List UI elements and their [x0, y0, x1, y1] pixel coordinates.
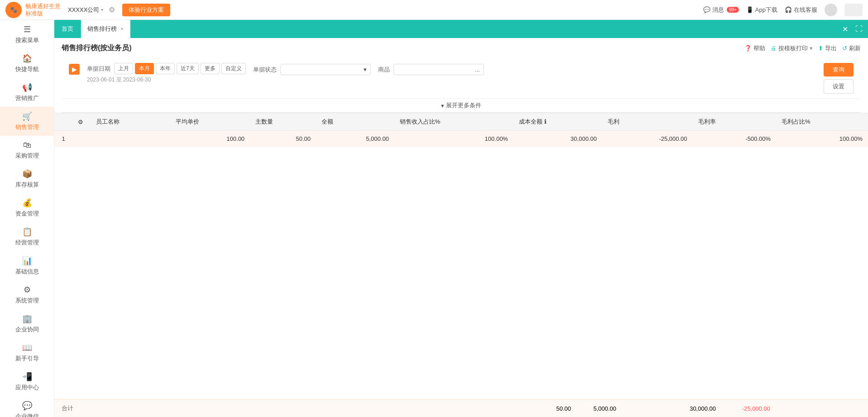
- summary-profit: -25,000.00: [716, 405, 770, 412]
- sidebar-item-inventory[interactable]: 📦 库存核算: [0, 164, 54, 193]
- message-button[interactable]: 💬 消息 99+: [703, 6, 739, 14]
- export-icon: ⬆: [818, 45, 823, 52]
- basic-info-icon: 📊: [22, 256, 32, 266]
- date-7days-btn[interactable]: 近7天: [177, 63, 199, 74]
- cell-profit: -25,000.00: [602, 131, 693, 147]
- col-profit-rate: 毛利率: [693, 113, 777, 131]
- cell-avg-price: 100.00: [170, 131, 250, 147]
- apps-icon: 📲: [22, 372, 32, 382]
- date-this-month-btn[interactable]: 本月: [135, 63, 154, 74]
- sidebar-item-enterprise[interactable]: 🏢 企业协同: [0, 309, 54, 338]
- col-main-qty: 主数量: [250, 113, 316, 131]
- help-button[interactable]: ❓ 帮助: [744, 44, 765, 53]
- col-profit-pct: 毛利占比%: [776, 113, 868, 131]
- sidebar-item-label: 企业协同: [15, 326, 39, 334]
- print-icon: 🖨: [771, 45, 777, 52]
- sidebar-item-label: 新手引导: [15, 355, 39, 363]
- export-button[interactable]: ⬆ 导出: [818, 44, 837, 53]
- sidebar-item-system[interactable]: ⚙ 系统管理: [0, 280, 54, 309]
- table-row: 1 100.00 50.00 5,000.00 100.00% 30,000.0…: [54, 131, 868, 147]
- filter-toggle-icon[interactable]: ▶: [69, 64, 80, 75]
- sidebar-item-label: 销售管理: [15, 123, 39, 131]
- tab-sales-ranking[interactable]: 销售排行榜 ×: [81, 20, 130, 38]
- date-more-btn[interactable]: 更多: [201, 63, 220, 74]
- goods-filter-label: 商品: [378, 66, 390, 74]
- cell-profit-pct: 100.00%: [776, 131, 868, 147]
- avatar[interactable]: [825, 4, 837, 16]
- data-table: ⚙ 员工名称 平均单价 主数量 全额 销售收入占比% 成本全额 ℹ 毛利 毛利率…: [54, 113, 868, 147]
- date-this-year-btn[interactable]: 本年: [156, 63, 175, 74]
- ellipsis-icon: ...: [475, 66, 480, 73]
- close-tab-icon[interactable]: ×: [120, 26, 124, 32]
- company-selector[interactable]: XXXXX公司 ▾: [68, 6, 103, 14]
- top-bar-right: 💬 消息 99+ 📱 App下载 🎧 在线客服: [703, 4, 863, 16]
- date-last-month-btn[interactable]: 上月: [114, 63, 133, 74]
- sidebar-item-quick-nav[interactable]: 🏠 快捷导航: [0, 49, 54, 78]
- print-dropdown-icon: ▾: [810, 45, 813, 52]
- sidebar-item-wechat[interactable]: 💬 企业微信: [0, 396, 54, 417]
- close-window-icon[interactable]: ✕: [840, 23, 850, 35]
- customer-service-button[interactable]: 🎧 在线客服: [785, 6, 817, 14]
- settings-button[interactable]: 设置: [824, 79, 854, 94]
- cell-sales-pct: 100.00%: [394, 131, 513, 147]
- top-bar: 🐾 畅康通好生意 标准版 XXXXX公司 ▾ ⚙ 体验行业方案 💬 消息 99+…: [0, 0, 868, 20]
- page-actions: ❓ 帮助 🖨 按模板打印 ▾ ⬆ 导出 ↺: [744, 44, 861, 53]
- chevron-down-icon: ▾: [101, 7, 103, 12]
- col-avg-price: 平均单价: [170, 113, 250, 131]
- system-icon: ⚙: [24, 285, 31, 295]
- sidebar-item-label: 企业微信: [15, 412, 39, 417]
- tab-bar-right: ✕ ⛶: [840, 23, 868, 35]
- filter-bar: ▶ 单据日期 上月 本月 本年 近7天 更多: [62, 58, 861, 99]
- sidebar-item-operations[interactable]: 📋 经营管理: [0, 222, 54, 251]
- sidebar-item-marketing[interactable]: 📢 营销推广: [0, 78, 54, 107]
- sidebar-item-label: 系统管理: [15, 297, 39, 305]
- sidebar-item-basic-info[interactable]: 📊 基础信息: [0, 251, 54, 280]
- status-select[interactable]: ▾: [280, 64, 371, 75]
- finance-icon: 💰: [22, 198, 32, 208]
- refresh-button[interactable]: ↺ 刷新: [842, 44, 861, 53]
- cell-settings: [72, 131, 91, 147]
- date-range-text: 2023-06-01 至 2023-06-30: [87, 77, 151, 83]
- chevron-down-icon: ▾: [441, 102, 444, 109]
- message-icon: 💬: [703, 6, 710, 13]
- page-title: 销售排行榜(按业务员): [62, 43, 132, 53]
- gear-icon[interactable]: ⚙: [109, 5, 115, 14]
- sidebar-item-finance[interactable]: 💰 资金管理: [0, 193, 54, 222]
- col-profit: 毛利: [602, 113, 693, 131]
- sidebar-item-search[interactable]: ☰ 搜索菜单: [0, 20, 54, 49]
- cell-cost: 30,000.00: [513, 131, 602, 147]
- maximize-window-icon[interactable]: ⛶: [854, 23, 864, 35]
- sidebar: ☰ 搜索菜单 🏠 快捷导航 📢 营销推广 🛒 销售管理 🛍 采购管理 📦 库存核…: [0, 20, 54, 417]
- chevron-down-icon: ▾: [364, 66, 367, 73]
- sidebar-item-label: 基础信息: [15, 268, 39, 276]
- cell-profit-rate: -500.00%: [693, 131, 777, 147]
- sales-icon: 🛒: [22, 111, 32, 121]
- message-badge: 99+: [727, 7, 739, 13]
- headset-icon: 🎧: [785, 6, 792, 13]
- query-button[interactable]: 查询: [824, 63, 854, 77]
- sidebar-item-apps[interactable]: 📲 应用中心: [0, 367, 54, 396]
- col-settings[interactable]: ⚙: [72, 113, 91, 131]
- col-amount: 全额: [316, 113, 394, 131]
- enterprise-icon: 🏢: [22, 314, 32, 324]
- operations-icon: 📋: [22, 227, 32, 237]
- goods-input[interactable]: ...: [393, 64, 484, 75]
- sidebar-item-purchase[interactable]: 🛍 采购管理: [0, 136, 54, 164]
- page-title-row: 销售排行榜(按业务员) ❓ 帮助 🖨 按模板打印 ▾ ⬆: [62, 43, 861, 53]
- app-download-button[interactable]: 📱 App下载: [746, 6, 777, 14]
- print-button[interactable]: 🖨 按模板打印 ▾: [771, 44, 813, 53]
- marketing-icon: 📢: [22, 82, 32, 92]
- sidebar-item-sales[interactable]: 🛒 销售管理: [0, 107, 54, 136]
- table-header-row: ⚙ 员工名称 平均单价 主数量 全额 销售收入占比% 成本全额 ℹ 毛利 毛利率…: [54, 113, 868, 131]
- cell-amount: 5,000.00: [316, 131, 394, 147]
- trial-button[interactable]: 体验行业方案: [122, 4, 170, 16]
- col-sales-pct: 销售收入占比%: [394, 113, 513, 131]
- status-filter: 单据状态 ▾: [253, 64, 371, 75]
- content-area: 首页 销售排行榜 × ✕ ⛶ 销售排行榜(按业务员) ❓ 帮助: [54, 20, 868, 417]
- app-icon: 📱: [746, 6, 753, 13]
- sidebar-item-guide[interactable]: 📖 新手引导: [0, 338, 54, 367]
- expand-more-conditions-btn[interactable]: ▾ 展开更多条件: [441, 101, 481, 110]
- tab-home[interactable]: 首页: [54, 20, 81, 38]
- table-wrapper: ⚙ 员工名称 平均单价 主数量 全额 销售收入占比% 成本全额 ℹ 毛利 毛利率…: [54, 113, 868, 399]
- date-custom-btn[interactable]: 自定义: [221, 63, 246, 74]
